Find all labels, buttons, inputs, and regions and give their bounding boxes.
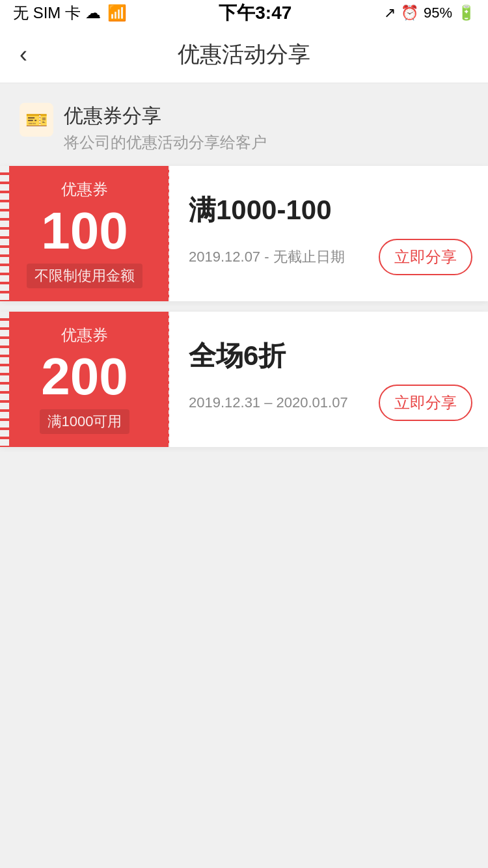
coupon-card-2: 优惠券 200 满1000可用 全场6折 2019.12.31 – 2020.0… — [0, 312, 488, 447]
section-subtitle: 将公司的优惠活动分享给客户 — [64, 132, 267, 153]
battery-icon: 🔋 — [457, 5, 475, 21]
section-text: 优惠券分享 将公司的优惠活动分享给客户 — [64, 103, 267, 153]
status-bar: 无 SIM 卡 ☁ 📶 下午3:47 ↗ ⏰ 95% 🔋 — [0, 0, 488, 26]
coupon-condition-1: 不限制使用金额 — [27, 264, 142, 288]
nav-bar: ‹ 优惠活动分享 — [0, 26, 488, 83]
coupon-name-2: 全场6折 — [189, 338, 472, 374]
section-title: 优惠券分享 — [64, 103, 267, 128]
coupon-type-1: 优惠券 — [61, 179, 108, 200]
svg-text:🎫: 🎫 — [25, 109, 48, 131]
status-time: 下午3:47 — [219, 1, 291, 25]
empty-area — [0, 483, 488, 809]
sim-label: 无 SIM 卡 ☁ — [13, 3, 101, 23]
coupon-footer-1: 2019.12.07 - 无截止日期 立即分享 — [189, 239, 472, 275]
page-title: 优惠活动分享 — [178, 40, 310, 70]
coupon-date-2: 2019.12.31 – 2020.01.07 — [189, 394, 348, 411]
back-button[interactable]: ‹ — [20, 41, 27, 68]
coupon-amount-2: 200 — [41, 351, 128, 403]
coupon-right-2: 全场6折 2019.12.31 – 2020.01.07 立即分享 — [169, 312, 488, 447]
coupon-amount-1: 100 — [41, 205, 128, 257]
coupon-list: 优惠券 100 不限制使用金额 满1000-100 2019.12.07 - 无… — [0, 166, 488, 483]
section-header: 🎫 优惠券分享 将公司的优惠活动分享给客户 — [0, 83, 488, 166]
status-right: ↗ ⏰ 95% 🔋 — [384, 5, 475, 21]
coupon-date-1: 2019.12.07 - 无截止日期 — [189, 247, 345, 267]
coupon-right-1: 满1000-100 2019.12.07 - 无截止日期 立即分享 — [169, 166, 488, 301]
coupon-left-2: 优惠券 200 满1000可用 — [0, 312, 169, 447]
share-button-2[interactable]: 立即分享 — [379, 385, 472, 421]
status-left: 无 SIM 卡 ☁ 📶 — [13, 3, 127, 23]
battery-label: 95% — [424, 5, 452, 21]
coupon-section-icon: 🎫 — [20, 103, 53, 137]
share-button-1[interactable]: 立即分享 — [379, 239, 472, 275]
wifi-icon: 📶 — [107, 4, 127, 22]
coupon-type-2: 优惠券 — [61, 325, 108, 346]
alarm-icon: ⏰ — [401, 5, 418, 21]
coupon-footer-2: 2019.12.31 – 2020.01.07 立即分享 — [189, 385, 472, 421]
coupon-left-1: 优惠券 100 不限制使用金额 — [0, 166, 169, 301]
location-icon: ↗ — [384, 5, 396, 21]
coupon-name-1: 满1000-100 — [189, 192, 472, 228]
coupon-condition-2: 满1000可用 — [40, 409, 130, 434]
coupon-card-1: 优惠券 100 不限制使用金额 满1000-100 2019.12.07 - 无… — [0, 166, 488, 301]
